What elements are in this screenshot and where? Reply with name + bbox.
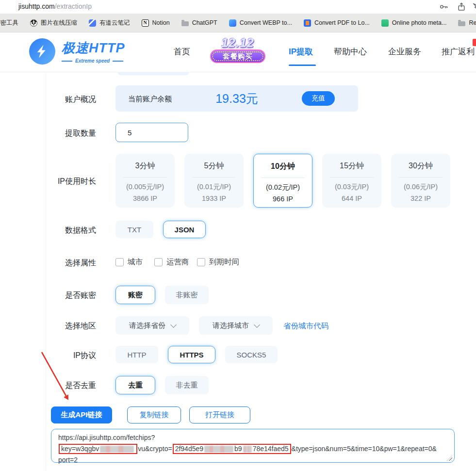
share-icon[interactable] [457, 2, 466, 12]
bookmark-convert-pdf[interactable]: Convert PDF to Lo... [304, 19, 370, 27]
nav-home[interactable]: 首页 [174, 46, 190, 57]
duration-option-15min[interactable]: 15分钟 (0.03元/IP) 644 IP [322, 154, 381, 208]
partial-icon[interactable] [472, 2, 476, 12]
divider [62, 61, 72, 62]
duration-option-30min[interactable]: 30分钟 (0.06元/IP) 322 IP [391, 154, 450, 208]
province-city-code-link[interactable]: 省份城市代码 [283, 321, 328, 331]
logo-title: 极速HTTP [62, 39, 125, 57]
attribute-checkbox-carrier[interactable]: 运营商 [154, 257, 189, 267]
resize-handle[interactable] [447, 455, 452, 461]
format-option-txt[interactable]: TXT [115, 221, 153, 238]
duration-option-3min[interactable]: 3分钟 (0.005元/IP) 3866 IP [115, 154, 175, 208]
duration-price: (0.02元/IP) [254, 183, 312, 192]
duration-count: 3866 IP [115, 195, 175, 202]
bookmark-convert-webp[interactable]: Convert WEBP to... [229, 19, 292, 27]
open-link-button[interactable]: 打开链接 [189, 406, 250, 423]
redacted-blur [243, 446, 252, 453]
bookmark-label: Notion [152, 19, 170, 26]
recharge-button[interactable]: 充值 [302, 91, 335, 106]
attribute-label: 到期时间 [209, 257, 239, 267]
attribute-checkbox-city[interactable]: 城市 [115, 257, 143, 267]
dedup-option-no[interactable]: 非去重 [165, 376, 209, 394]
api-url-textarea[interactable]: https://api.jisuhttp.com/fetchips? key=w… [51, 429, 455, 463]
attributes-label: 选择属性 [0, 258, 96, 268]
duration-count: 644 IP [322, 195, 381, 202]
format-option-json-selected[interactable]: JSON [163, 221, 206, 238]
lightning-logo-icon [29, 38, 55, 65]
protocol-label: IP协议 [0, 351, 96, 361]
divider [261, 178, 305, 178]
nav-help-center[interactable]: 帮助中心 [334, 46, 367, 57]
url-path: /extractionIp [55, 2, 92, 10]
city-placeholder: 请选择城市 [213, 321, 249, 330]
bookmarks-bar: 加密工具 图片在线压缩 有道云笔记 N Notion ChatGPT Conve… [0, 14, 476, 32]
quantity-input[interactable] [115, 123, 188, 142]
page: jisuhttp.com/extractionIp 加密工具 图片在线压缩 [0, 0, 476, 471]
promo-banner-1212[interactable]: 12.12 套餐购买 [210, 36, 265, 67]
duration-price: (0.005元/IP) [115, 182, 175, 192]
bookmark-chatgpt-folder[interactable]: ChatGPT [181, 19, 217, 26]
pdf-icon [304, 19, 311, 27]
url-domain: jisuhttp.com [18, 2, 55, 10]
bookmark-label: Relakkes [469, 19, 476, 26]
province-placeholder: 请选择省份 [129, 321, 165, 330]
promo-pill: 套餐购买 [210, 49, 265, 63]
bookmark-youdao-note[interactable]: 有道云笔记 [89, 19, 130, 27]
copy-link-button[interactable]: 复制链接 [127, 406, 181, 423]
duration-title: 5分钟 [184, 161, 244, 171]
duration-price: (0.06元/IP) [391, 182, 450, 192]
auth-label: 是否账密 [0, 291, 96, 301]
api-url-line3: port=2 [58, 455, 447, 466]
bookmark-relakkes-folder[interactable]: Relakkes [458, 19, 476, 26]
auth-option-account-selected[interactable]: 账密 [115, 286, 155, 304]
redacted-blur [100, 446, 134, 453]
attribute-label: 城市 [128, 257, 143, 267]
duration-price: (0.01元/IP) [184, 182, 244, 192]
browser-chrome: jisuhttp.com/extractionIp [0, 0, 476, 14]
duration-count: 322 IP [391, 195, 450, 202]
duration-price: (0.03元/IP) [322, 182, 381, 192]
logo-subtitle: Extreme speed [75, 58, 110, 64]
nav-referral[interactable]: 推广返利 [442, 46, 475, 57]
duration-option-10min-selected[interactable]: 10分钟 (0.02元/IP) 966 IP [253, 154, 312, 208]
duration-option-5min[interactable]: 5分钟 (0.01元/IP) 1933 IP [184, 154, 244, 208]
city-select[interactable]: 请选择城市 [199, 316, 273, 335]
duration-label: IP使用时长 [0, 177, 96, 187]
address-bar[interactable]: jisuhttp.com/extractionIp [18, 2, 92, 10]
generate-api-link-button[interactable]: 生成API链接 [51, 406, 112, 423]
bookmark-label: Online photo meta... [392, 19, 447, 26]
account-overview-label: 账户概况 [0, 95, 96, 105]
nav-enterprise[interactable]: 企业服务 [388, 46, 421, 57]
site-logo[interactable]: 极速HTTP Extreme speed [29, 38, 125, 65]
bookmark-notion[interactable]: N Notion [142, 19, 170, 27]
duration-count: 1933 IP [184, 195, 244, 202]
bookmark-image-compress[interactable]: 图片在线压缩 [30, 19, 77, 27]
auth-option-no-account[interactable]: 非账密 [165, 286, 209, 304]
bookmark-photo-meta[interactable]: Online photo meta... [381, 19, 447, 27]
notion-n-icon: N [142, 19, 149, 27]
photo-meta-icon [381, 19, 389, 27]
protocol-option-https-selected[interactable]: HTTPS [168, 346, 215, 363]
protocol-option-socks5[interactable]: SOCKS5 [225, 346, 278, 363]
promo-date: 12.12 [210, 36, 265, 49]
divider [399, 177, 443, 178]
webp-icon [229, 19, 236, 27]
quantity-label: 提取数量 [0, 129, 96, 139]
province-select[interactable]: 请选择省份 [115, 316, 189, 335]
redacted-blur [204, 446, 233, 453]
attribute-checkbox-expiry[interactable]: 到期时间 [197, 257, 239, 267]
protocol-option-http[interactable]: HTTP [115, 346, 158, 363]
checkbox-icon [154, 258, 163, 266]
format-label: 数据格式 [0, 226, 96, 236]
key-icon[interactable] [439, 2, 449, 12]
bookmark-encrypt-tools[interactable]: 加密工具 [0, 19, 18, 27]
duration-count: 966 IP [254, 195, 312, 203]
redacted-key-highlight-box: key=w3qgbv [59, 444, 137, 454]
api-url-line2: key=w3qgbvvu&crypto=2f94d5e9b978e14faed5… [58, 443, 447, 455]
divider [192, 177, 236, 178]
nav-red-badge [473, 39, 476, 46]
dedup-option-yes-selected[interactable]: 去重 [115, 376, 155, 394]
duration-title: 3分钟 [115, 161, 175, 171]
nav-ip-extract[interactable]: IP提取 [289, 46, 313, 57]
panda-icon [30, 19, 37, 27]
